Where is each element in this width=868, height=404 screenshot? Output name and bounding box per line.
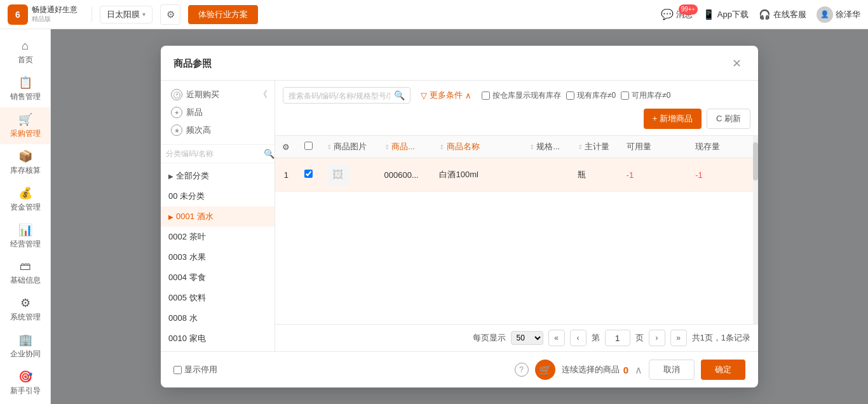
cat-item-0008[interactable]: 0008 水	[161, 308, 275, 328]
cancel-btn[interactable]: 取消	[649, 360, 695, 380]
filter-collapse-icon: ∧	[465, 91, 471, 100]
experience-btn[interactable]: 体验行业方案	[188, 5, 258, 24]
branch-dropdown[interactable]: 日太阳膜 ▾	[100, 6, 153, 24]
per-page-select[interactable]: 50 20 100	[511, 331, 543, 345]
table-row[interactable]: 1 🖼 000600... 白酒100ml	[275, 158, 758, 192]
th-sort-code-icon[interactable]: ⇕	[384, 144, 390, 151]
sidebar-item-sales[interactable]: 📋 销售管理	[0, 71, 50, 107]
category-search-input[interactable]	[166, 149, 261, 158]
th-unit: ⇕ 主计量	[571, 136, 620, 158]
checkbox-stock-ne-input[interactable]	[566, 91, 574, 100]
th-sort-unit-icon[interactable]: ⇕	[578, 144, 583, 151]
shortcut-recent[interactable]: 🕐 近期购买	[166, 86, 224, 104]
td-img: 🖼	[320, 158, 378, 192]
footer-right: 取消 确定	[649, 360, 745, 380]
first-page-btn[interactable]: «	[548, 330, 565, 346]
td-checkbox[interactable]	[297, 158, 320, 192]
table-body: 1 🖼 000600... 白酒100ml	[275, 158, 758, 192]
category-search-icon[interactable]: 🔍	[264, 149, 275, 159]
next-page-btn[interactable]: ›	[649, 330, 665, 346]
sidebar-item-enterprise[interactable]: 🏢 企业协同	[0, 328, 50, 365]
frequent-icon: ★	[171, 125, 182, 136]
filter-icon: ▽	[421, 91, 427, 100]
th-img: ⇕ 商品图片	[320, 136, 378, 158]
pagination: 每页显示 50 20 100 « ‹ 第 页 › » 共1页，1条记录	[275, 324, 758, 351]
th-code: ⇕ 商品...	[378, 136, 433, 158]
system-icon: ⚙	[20, 296, 31, 310]
new-icon: ✦	[171, 107, 182, 118]
modal-title: 商品参照	[173, 58, 212, 70]
purchase-icon: 🛒	[18, 112, 32, 126]
footer-collapse-btn[interactable]: ∧	[635, 364, 642, 376]
category-shortcuts: 🕐 近期购买 《 ✦ 新品 ★ 频次高	[161, 81, 275, 145]
shortcut-frequent[interactable]: ★ 频次高	[166, 121, 269, 139]
sidebar-item-basic[interactable]: 🗃 基础信息	[0, 255, 50, 291]
th-sort-spec-icon[interactable]: ⇕	[529, 144, 534, 151]
th-settings[interactable]: ⚙	[275, 136, 297, 158]
app-download-item[interactable]: 📱 App下载	[703, 9, 749, 20]
sidebar-item-finance[interactable]: 💰 资金管理	[0, 181, 50, 218]
modal-header: 商品参照 ✕	[161, 46, 758, 81]
add-product-btn[interactable]: + 新增商品	[644, 109, 702, 129]
display-disabled-checkbox[interactable]: 显示停用	[173, 364, 217, 375]
cat-item-0010[interactable]: 0010 家电	[161, 328, 275, 349]
shortcut-new[interactable]: ✦ 新品	[166, 104, 269, 121]
recent-icon: 🕐	[171, 89, 182, 100]
th-spec: ⇕ 规格...	[523, 136, 571, 158]
modal-close-btn[interactable]: ✕	[728, 55, 745, 72]
cat-item-0004[interactable]: 0004 零食	[161, 267, 275, 288]
prev-page-btn[interactable]: ‹	[570, 330, 587, 346]
cat-item-00[interactable]: 00 未分类	[161, 186, 275, 206]
sidebar-item-purchase[interactable]: 🛒 采购管理	[0, 107, 50, 144]
help-icon[interactable]: ?	[515, 363, 529, 377]
last-page-btn[interactable]: »	[670, 330, 687, 346]
cat-item-0005[interactable]: 0005 饮料	[161, 288, 275, 308]
settings-icon[interactable]: ⚙	[160, 4, 180, 25]
cart-icon: 🛒	[535, 360, 555, 380]
filter-btn[interactable]: ▽ 更多条件 ∧	[416, 87, 477, 104]
row-checkbox[interactable]	[304, 170, 313, 178]
collapse-panel-btn[interactable]: 《	[257, 88, 269, 101]
checkbox-stock-ne[interactable]: 现有库存≠0	[566, 90, 616, 101]
category-panel: 🕐 近期购买 《 ✦ 新品 ★ 频次高	[161, 81, 275, 351]
cat-item-0002[interactable]: 0002 茶叶	[161, 227, 275, 247]
category-list: ▶ 全部分类 00 未分类 ▶ 0001 酒水 0002 茶叶	[161, 163, 275, 351]
td-code: 000600...	[378, 158, 433, 192]
refresh-btn[interactable]: C 刷新	[707, 109, 750, 129]
finance-icon: 💰	[18, 186, 32, 200]
user-item[interactable]: 👤 徐泽华	[817, 6, 860, 23]
th-sort-img-icon[interactable]: ⇕	[327, 144, 332, 151]
th-sort-name-icon[interactable]: ⇕	[439, 144, 444, 151]
table-container: ⚙ ⇕ 商品图片 ⇕ 商品...	[275, 136, 758, 324]
sidebar-item-inventory[interactable]: 📦 库存核算	[0, 144, 50, 181]
product-search-input[interactable]	[288, 91, 390, 100]
cat-item-0001[interactable]: ▶ 0001 酒水	[161, 206, 275, 227]
message-badge: 99++	[679, 4, 698, 15]
checkbox-avail-ne[interactable]: 可用库存≠0	[621, 90, 670, 101]
sidebar-item-guide[interactable]: 🎯 新手引导	[0, 365, 50, 401]
sidebar-item-business[interactable]: 📊 经营管理	[0, 218, 50, 255]
sidebar-item-home[interactable]: ⌂ 首页	[0, 34, 50, 71]
online-service-item[interactable]: 🎧 在线客服	[759, 9, 806, 20]
messages-item[interactable]: 💬 消息 99++	[661, 8, 693, 20]
display-disabled-input[interactable]	[173, 366, 182, 374]
nav-separator	[92, 7, 92, 22]
th-checkbox[interactable]	[297, 136, 320, 158]
td-spec	[523, 158, 571, 192]
cat-item-0003[interactable]: 0003 水果	[161, 247, 275, 267]
td-available: -1	[620, 158, 689, 192]
table-scrollbar[interactable]	[753, 136, 758, 324]
select-all-checkbox[interactable]	[304, 142, 313, 150]
td-unit: 瓶	[571, 158, 620, 192]
sidebar-item-system[interactable]: ⚙ 系统管理	[0, 291, 50, 328]
table-scrollbar-thumb	[753, 142, 758, 180]
sidebar-item-apps[interactable]: 📱 应用中心	[0, 401, 50, 404]
logo-text: 畅捷通好生意	[32, 5, 78, 15]
page-input[interactable]	[605, 330, 630, 346]
checkbox-warehouse[interactable]: 按仓库显示现有库存	[482, 90, 561, 101]
checkbox-warehouse-input[interactable]	[482, 91, 490, 100]
checkbox-avail-ne-input[interactable]	[621, 91, 629, 100]
product-search-icon[interactable]: 🔍	[394, 90, 405, 100]
cat-item-all[interactable]: ▶ 全部分类	[161, 166, 275, 186]
confirm-btn[interactable]: 确定	[701, 360, 745, 380]
